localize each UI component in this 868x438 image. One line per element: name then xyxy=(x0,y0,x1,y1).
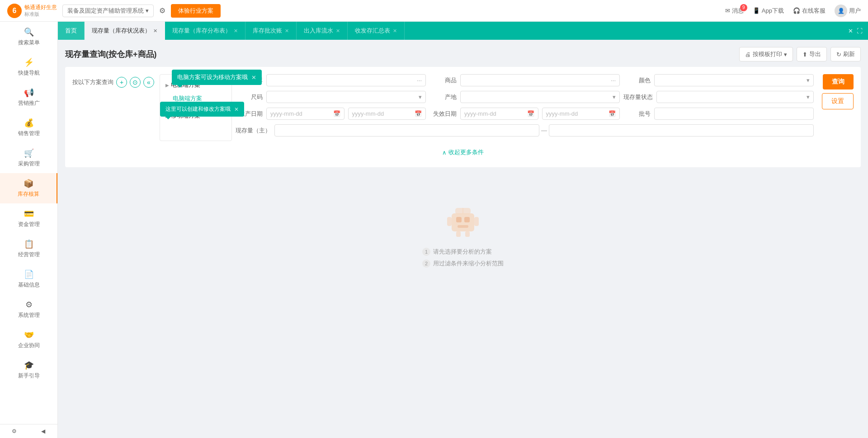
industry-button[interactable]: 体验行业方案 xyxy=(171,4,221,18)
header-actions: 🖨 按模板打印 ▾ ⬆ 导出 ↻ 刷新 xyxy=(739,47,861,61)
settings-icon[interactable]: ⚙ xyxy=(159,6,165,15)
tip-1: 1 请先选择要分析的方案 xyxy=(422,248,504,256)
tab-home[interactable]: 首页 xyxy=(58,22,85,40)
tab-stock-dist[interactable]: 现存量（库存分布表） ✕ xyxy=(165,22,245,40)
tab-stock-status[interactable]: 现存量（库存状况表） ✕ xyxy=(85,22,165,40)
search-button[interactable]: 查询 xyxy=(823,74,854,89)
mobile-icon: 📱 xyxy=(753,7,760,14)
chevron-down-icon: ▶ xyxy=(165,83,169,88)
headset-icon: 🎧 xyxy=(793,7,800,14)
sidebar-item-operation[interactable]: 📋 经营管理 xyxy=(0,234,57,264)
sidebar-item-marketing[interactable]: 📢 营销推广 xyxy=(0,82,57,113)
form-fields-area: 仓库 ··· 商品 xyxy=(236,74,814,141)
app-download-item[interactable]: 📱 App下载 xyxy=(753,7,784,15)
stock-status-select[interactable]: ▾ xyxy=(656,91,814,103)
sidebar-collapse-btn[interactable]: ◀ xyxy=(29,424,58,438)
tip-2: 2 用过滤条件来缩小分析范围 xyxy=(422,259,504,268)
add-scheme-button[interactable]: + xyxy=(116,77,127,88)
sidebar: 🔍 搜索菜单 ⚡ 快捷导航 📢 营销推广 💰 销售管理 🛒 采购管理 📦 xyxy=(0,22,58,438)
handshake-icon: 🤝 xyxy=(24,330,34,340)
document-icon: 📄 xyxy=(24,269,34,279)
field-batch: 批号 xyxy=(623,108,814,120)
content-body: 现存量查询(按仓库+商品) 🖨 按模板打印 ▾ ⬆ 导出 ↻ xyxy=(58,40,868,438)
tooltip-create-close-icon[interactable]: ✕ xyxy=(234,106,239,113)
size-select[interactable]: ▾ xyxy=(266,91,426,103)
refresh-button[interactable]: ↻ 刷新 xyxy=(830,47,861,61)
content-area: 首页 现存量（库存状况表） ✕ 现存量（库存分布表） ✕ 库存批次账 ✕ 出入库… xyxy=(58,22,868,438)
sidebar-item-enterprise[interactable]: 🤝 企业协同 xyxy=(0,325,57,355)
expire-date-start[interactable]: yyyy-mm-dd 📅 xyxy=(460,108,538,120)
refresh-scheme-button[interactable]: « xyxy=(143,77,154,88)
chevron-down-icon: ▾ xyxy=(146,7,149,14)
export-icon: ⬆ xyxy=(802,51,807,58)
tooltip-close-icon[interactable]: ✕ xyxy=(251,74,256,81)
svg-rect-7 xyxy=(465,231,470,237)
field-size: 尺码 ▾ xyxy=(236,91,426,103)
logo-icon: 6 xyxy=(7,4,22,18)
calendar-icon: 📅 xyxy=(333,110,340,117)
card-icon: 💳 xyxy=(24,209,34,219)
tab-close-icon[interactable]: ✕ xyxy=(285,28,289,34)
svg-rect-4 xyxy=(447,217,452,226)
field-goods: 商品 ··· xyxy=(429,74,620,86)
field-color: 颜色 ▾ xyxy=(623,74,814,86)
svg-rect-5 xyxy=(474,217,479,226)
calendar-icon: 📅 xyxy=(527,110,534,117)
filter-btn-col: 查询 设置 xyxy=(817,74,854,141)
sidebar-item-quick-nav[interactable]: ⚡ 快捷导航 xyxy=(0,52,57,82)
system-selector[interactable]: 装备及固定资产辅助管理系统 ▾ xyxy=(62,5,154,17)
stock-qty-max[interactable] xyxy=(549,124,814,137)
notification-item[interactable]: ✉ 消息 9 xyxy=(725,7,744,15)
ellipsis-icon: ··· xyxy=(417,77,422,84)
empty-state: 1 请先选择要分析的方案 2 用过滤条件来缩小分析范围 xyxy=(65,173,861,295)
tab-recv-summary[interactable]: 收发存汇总表 ✕ xyxy=(348,22,405,40)
batch-input[interactable] xyxy=(654,108,814,120)
tooltip-create: 这里可以创建和修改方案哦 ✕ xyxy=(160,102,244,117)
tab-close-icon[interactable]: ✕ xyxy=(234,28,238,34)
online-service-item[interactable]: 🎧 在线客服 xyxy=(793,7,826,15)
prod-date-start[interactable]: yyyy-mm-dd 📅 xyxy=(266,108,344,120)
sidebar-item-sales[interactable]: 💰 销售管理 xyxy=(0,113,57,143)
color-select[interactable]: ▾ xyxy=(654,74,814,86)
prod-date-end[interactable]: yyyy-mm-dd 📅 xyxy=(348,108,426,120)
tab-close-icon[interactable]: ✕ xyxy=(393,28,397,34)
sidebar-settings-btn[interactable]: ⚙ xyxy=(0,424,29,438)
collapse-icon: ◀ xyxy=(41,428,45,434)
collapse-btn[interactable]: ∧ 收起更多条件 xyxy=(72,145,854,160)
sidebar-item-stock[interactable]: 📦 库存核算 xyxy=(0,173,57,203)
user-item[interactable]: 👤 用户 xyxy=(835,5,861,17)
tab-close-icon[interactable]: ✕ xyxy=(336,28,340,34)
top-bar-right: ✉ 消息 9 📱 App下载 🎧 在线客服 👤 用户 xyxy=(725,5,861,17)
main-area: 🔍 搜索菜单 ⚡ 快捷导航 📢 营销推广 💰 销售管理 🛒 采购管理 📦 xyxy=(0,22,868,438)
clipboard-icon: 📋 xyxy=(24,239,34,249)
empty-illustration xyxy=(443,200,483,240)
goods-select[interactable]: ··· xyxy=(460,74,620,86)
origin-select[interactable]: ▾ xyxy=(460,91,620,103)
sidebar-item-system[interactable]: ⚙ 系统管理 xyxy=(0,294,57,325)
logo-text: 畅通通好生意 标准版 xyxy=(24,4,57,18)
svg-rect-3 xyxy=(458,225,468,228)
tab-batch-account[interactable]: 库存批次账 ✕ xyxy=(245,22,297,40)
stock-qty-min[interactable] xyxy=(274,124,539,137)
tab-close-all-icon[interactable]: ✕ xyxy=(848,28,853,34)
sidebar-item-newbie[interactable]: 🎓 新手引导 xyxy=(0,355,57,385)
tab-in-out-flow[interactable]: 出入库流水 ✕ xyxy=(297,22,348,40)
export-button[interactable]: ⬆ 导出 xyxy=(797,47,827,61)
template-print-button[interactable]: 🖨 按模板打印 ▾ xyxy=(739,47,793,61)
sidebar-item-basic-info[interactable]: 📄 基础信息 xyxy=(0,264,57,294)
tab-close-icon[interactable]: ✕ xyxy=(153,28,157,34)
graduation-icon: 🎓 xyxy=(24,360,34,370)
sidebar-item-purchase[interactable]: 🛒 采购管理 xyxy=(0,143,57,173)
expire-date-end[interactable]: yyyy-mm-dd 📅 xyxy=(542,108,620,120)
reset-button[interactable]: 设置 xyxy=(822,93,854,109)
svg-rect-2 xyxy=(464,217,470,222)
warehouse-select[interactable]: ··· xyxy=(266,74,426,86)
sidebar-item-finance[interactable]: 💳 资金管理 xyxy=(0,203,57,234)
notification-icon: ✉ xyxy=(725,7,730,14)
tab-expand-icon[interactable]: ⛶ xyxy=(857,28,863,34)
form-row-1: 仓库 ··· 商品 xyxy=(236,74,814,86)
tab-bar: 首页 现存量（库存状况表） ✕ 现存量（库存分布表） ✕ 库存批次账 ✕ 出入库… xyxy=(58,22,868,40)
filter-label-row: 按以下方案查询 + ⊙ « 电脑方案可设为移动方案哦 ✕ xyxy=(72,74,154,88)
sidebar-item-search-menu[interactable]: 🔍 搜索菜单 xyxy=(0,22,57,52)
edit-scheme-button[interactable]: ⊙ xyxy=(130,77,141,88)
